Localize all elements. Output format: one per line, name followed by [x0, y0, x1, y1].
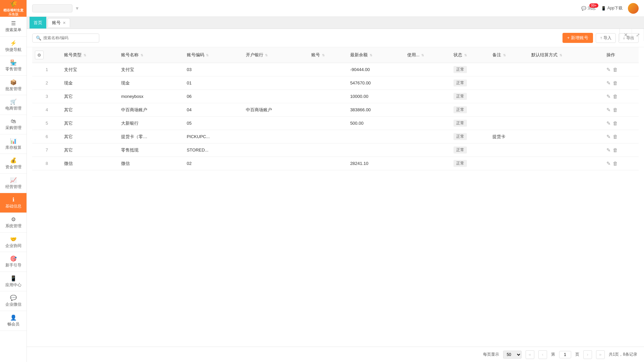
sidebar-label-app-center: 应用中心	[5, 283, 21, 288]
cell-type: 现金	[61, 76, 118, 90]
cell-bank: 中百商场账户	[243, 103, 309, 117]
app-download-icon: 📱	[601, 6, 606, 11]
sidebar-item-app-center[interactable]: 📱应用中心	[0, 272, 26, 292]
delete-btn[interactable]: 🗑	[613, 107, 618, 113]
new-account-btn[interactable]: + 新增账号	[562, 33, 593, 43]
cell-note	[490, 76, 529, 90]
edit-btn[interactable]: ✎	[606, 134, 611, 140]
cell-code: 06	[184, 90, 243, 103]
table-row: 7 其它 零售抵现 STORED... 正常 ✎ 🗑	[32, 143, 639, 157]
page-input[interactable]	[559, 351, 571, 358]
col-note-header[interactable]: 备注 ⇅	[490, 47, 529, 63]
message-btn[interactable]: 💬 消息 99+	[581, 5, 596, 11]
sidebar-icon-retail-mgmt: 🏪	[10, 59, 17, 66]
sidebar-item-enterprise-agreement[interactable]: 🤝企业协同	[0, 233, 26, 252]
cell-code: 01	[184, 76, 243, 90]
edit-btn[interactable]: ✎	[606, 107, 611, 113]
cell-type: 其它	[61, 117, 118, 130]
cell-code: PICKUPC...	[184, 130, 243, 143]
sidebar-item-member[interactable]: 👤畅会员	[0, 311, 26, 331]
col-code-header[interactable]: 账号编码 ⇅	[184, 47, 243, 63]
col-usage-header[interactable]: 使用... ⇅	[405, 47, 451, 63]
delete-btn[interactable]: 🗑	[613, 147, 618, 153]
delete-btn[interactable]: 🗑	[613, 80, 618, 86]
sidebar-item-basic-info[interactable]: ℹ基础信息	[0, 193, 26, 213]
cell-status: 正常	[451, 117, 490, 130]
edit-btn[interactable]: ✎	[606, 67, 611, 73]
sidebar-icon-system-mgmt: ⚙	[11, 216, 16, 223]
page-first-btn[interactable]: «	[526, 350, 534, 359]
edit-btn[interactable]: ✎	[606, 94, 611, 100]
delete-btn[interactable]: 🗑	[613, 134, 618, 140]
cell-note	[490, 157, 529, 170]
page-next-btn[interactable]: ›	[583, 350, 592, 359]
page-last-btn[interactable]: »	[596, 350, 605, 359]
col-name-header[interactable]: 账号名称 ⇅	[118, 47, 184, 63]
sidebar-item-quick-nav[interactable]: ⚡快捷导航	[0, 37, 26, 56]
cell-code: 05	[184, 117, 243, 130]
avatar[interactable]	[628, 3, 639, 14]
sidebar-item-search-menu[interactable]: ☰搜索菜单	[0, 17, 26, 37]
sidebar-item-ecommerce-mgmt[interactable]: 🛒电商管理	[0, 95, 26, 115]
cell-code: 03	[184, 63, 243, 76]
content-close-btn[interactable]: ✕	[620, 29, 632, 41]
status-badge: 正常	[453, 66, 467, 73]
sidebar-item-enterprise-wechat[interactable]: 💬企业微信	[0, 291, 26, 311]
cell-usage	[405, 130, 451, 143]
topbar-search-input[interactable]	[32, 4, 72, 12]
delete-btn[interactable]: 🗑	[613, 94, 618, 100]
tab-accounts-close[interactable]: ✕	[63, 21, 66, 25]
search-input[interactable]	[43, 36, 96, 40]
edit-btn[interactable]: ✎	[606, 147, 611, 153]
tab-accounts[interactable]: 账号 ✕	[48, 18, 70, 27]
content-maximize-btn[interactable]: ⤢	[632, 29, 644, 41]
cell-settlement	[529, 76, 604, 90]
col-status-header[interactable]: 状态 ⇅	[451, 47, 490, 63]
col-bank-header[interactable]: 开户银行 ⇅	[243, 47, 309, 63]
delete-btn[interactable]: 🗑	[613, 161, 618, 167]
col-type-header[interactable]: 账号类型 ⇅	[61, 47, 118, 63]
ops-container: ✎ 🗑	[606, 107, 636, 113]
cell-status: 正常	[451, 63, 490, 76]
ops-container: ✎ 🗑	[606, 94, 636, 100]
column-settings-btn[interactable]: ⚙	[35, 51, 44, 59]
sidebar-item-retail-mgmt[interactable]: 🏪零售管理	[0, 56, 26, 76]
import-btn[interactable]: ↑ 导入	[596, 33, 616, 43]
cell-code: 02	[184, 157, 243, 170]
sidebar-icon-wholesale-mgmt: 📦	[10, 79, 17, 85]
sidebar-item-system-mgmt[interactable]: ⚙系统管理	[0, 213, 26, 233]
app-download-btn[interactable]: 📱 App下载	[601, 5, 623, 11]
sidebar-item-inventory[interactable]: 📊库存核算	[0, 134, 26, 154]
sidebar-item-new-guide[interactable]: 🎯新手引导	[0, 252, 26, 272]
sidebar-item-purchase-mgmt[interactable]: 🛍采购管理	[0, 115, 26, 134]
sidebar-item-capital-mgmt[interactable]: 💰资金管理	[0, 154, 26, 174]
cell-ops: ✎ 🗑	[604, 157, 639, 170]
col-account-header[interactable]: 账号 ⇅	[309, 47, 347, 63]
app-subtitle: 乐鱼版	[8, 12, 18, 16]
cell-note	[490, 143, 529, 157]
cell-status: 正常	[451, 130, 490, 143]
page-size-select[interactable]: 50 100	[503, 351, 522, 359]
cell-ops: ✎ 🗑	[604, 90, 639, 103]
col-settings[interactable]: ⚙	[32, 47, 61, 63]
col-settlement-header[interactable]: 默认结算方式 ⇅	[529, 47, 604, 63]
sidebar-item-wholesale-mgmt[interactable]: 📦批发管理	[0, 76, 26, 96]
col-balance-header[interactable]: 最新余额 ⇅	[347, 47, 405, 63]
delete-btn[interactable]: 🗑	[613, 67, 618, 73]
topbar-dropdown-icon[interactable]: ▾	[76, 5, 78, 11]
edit-btn[interactable]: ✎	[606, 120, 611, 126]
edit-btn[interactable]: ✎	[606, 80, 611, 86]
cell-ops: ✎ 🗑	[604, 63, 639, 76]
cell-name: 零售抵现	[118, 143, 184, 157]
delete-btn[interactable]: 🗑	[613, 120, 618, 126]
tab-home[interactable]: 首页	[30, 17, 46, 28]
table-header-row: ⚙ 账号类型 ⇅ 账号名称 ⇅ 账号编码 ⇅ 开户银行 ⇅ 账号 ⇅ 最新余额 …	[32, 47, 639, 63]
pagination-footer: 每页显示 50 100 « ‹ 第 页 › » 共1页，8条记录	[27, 347, 644, 362]
cell-note: 提货卡	[490, 130, 529, 143]
cell-status: 正常	[451, 103, 490, 117]
sidebar-item-operations-mgmt[interactable]: 📈经营管理	[0, 174, 26, 193]
status-badge: 正常	[453, 106, 467, 113]
page-prev-btn[interactable]: ‹	[538, 350, 547, 359]
cell-settlement	[529, 143, 604, 157]
edit-btn[interactable]: ✎	[606, 161, 611, 167]
